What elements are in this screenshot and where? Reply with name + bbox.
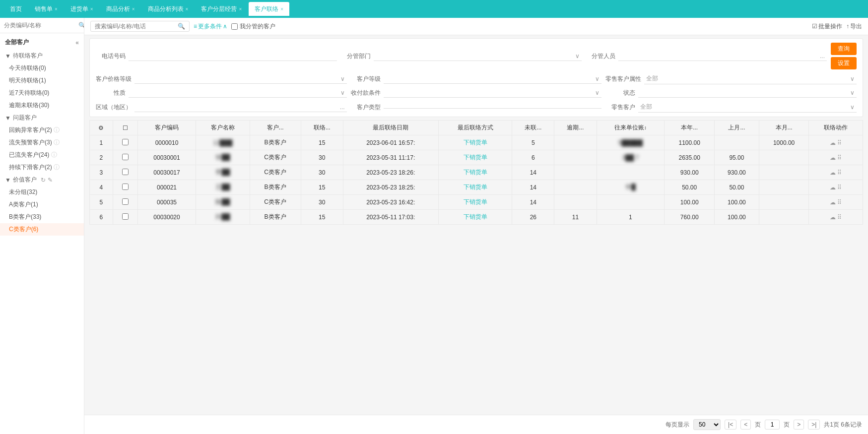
nav-product-list[interactable]: 商品分析列表 × [142, 2, 195, 16]
region-dots-icon[interactable]: ... [340, 104, 345, 111]
retail-attr-select[interactable]: 全部 ∨ [644, 73, 857, 84]
phone-input[interactable] [129, 52, 337, 61]
nav-sales[interactable]: 销售单 × [29, 2, 64, 16]
sidebar-section-value[interactable]: ▼ 价值客户 ↻ ✎ [0, 174, 84, 186]
nav-purchase-close-icon[interactable]: × [90, 6, 93, 12]
settings-button[interactable]: 设置 [831, 57, 857, 69]
nav-product-list-close-icon[interactable]: × [186, 6, 189, 12]
sidebar-section-problem[interactable]: ▼ 问题客户 [0, 112, 84, 124]
col-this-month[interactable]: 本月... [759, 121, 809, 135]
nav-customer-contact-close-icon[interactable]: × [280, 6, 283, 12]
sidebar-item-7days[interactable]: 近7天待联络(0) [0, 87, 84, 99]
row3-last-method[interactable]: 下销货单 [438, 165, 512, 180]
sidebar-item-today[interactable]: 今天待联络(0) [0, 62, 84, 74]
row4-last-method[interactable]: 下销货单 [438, 180, 512, 195]
sidebar-search-icon[interactable]: 🔍 [78, 22, 84, 29]
col-this-year[interactable]: 本年... [665, 121, 715, 135]
nav-customer-tier[interactable]: 客户分层经营 × [195, 2, 248, 16]
my-customers-check[interactable] [231, 23, 238, 30]
sidebar-section-pending[interactable]: ▼ 待联络客户 [0, 50, 84, 62]
row5-action[interactable]: ☁ ⠿ [809, 195, 863, 210]
row6-action[interactable]: ☁ ⠿ [809, 210, 863, 225]
first-page-btn[interactable]: |< [725, 420, 736, 430]
edit-icon[interactable]: ✎ [48, 177, 53, 184]
table-scroll[interactable]: ⚙ ☐ 客户编码 客户名称 客户... 联络... 最后联络日期 最后联络方式 … [89, 120, 863, 415]
batch-operations-btn[interactable]: ☑ 批量操作 [812, 22, 842, 31]
row6-last-method[interactable]: 下销货单 [438, 210, 512, 225]
row5-last-method[interactable]: 下销货单 [438, 195, 512, 210]
person-select[interactable]: ... [618, 52, 827, 61]
sidebar-item-class-b[interactable]: B类客户(33) [0, 211, 84, 223]
export-btn[interactable]: ↑ 导出 [846, 22, 862, 31]
row4-action[interactable]: ☁ ⠿ [809, 180, 863, 195]
customer-level-select[interactable]: ∨ [384, 74, 602, 84]
retail-customer-select[interactable]: 全部 ∨ [638, 102, 857, 113]
person-dots-icon[interactable]: ... [820, 53, 825, 60]
price-level-select[interactable]: ∨ [134, 74, 347, 84]
refresh-icon[interactable]: ↻ [41, 177, 46, 184]
nav-customer-contact[interactable]: 客户联络 × [249, 2, 289, 16]
nav-home[interactable]: 首页 [4, 2, 28, 16]
next-page-btn[interactable]: > [794, 420, 804, 430]
col-last-method[interactable]: 最后联络方式 [438, 121, 512, 135]
sidebar-collapse-icon[interactable]: « [75, 39, 79, 46]
sidebar-search-input[interactable] [4, 22, 78, 29]
col-checkbox[interactable]: ☐ [113, 121, 137, 135]
row4-check[interactable] [113, 180, 137, 195]
status-select[interactable]: ∨ [638, 88, 857, 98]
page-input[interactable] [765, 420, 780, 430]
col-name[interactable]: 客户名称 [196, 121, 250, 135]
filter-price-level: 客户价格等级 ∨ [96, 74, 347, 84]
region-select[interactable]: ... [134, 103, 347, 112]
col-code[interactable]: 客户编码 [137, 121, 196, 135]
sidebar-item-declining[interactable]: 持续下滑客户(2) ⓘ [0, 161, 84, 174]
col-last-date[interactable]: 最后联络日期 [343, 121, 438, 135]
col-gear[interactable]: ⚙ [90, 121, 113, 135]
row2-last-method[interactable]: 下销货单 [438, 150, 512, 165]
nav-product-analysis-close-icon[interactable]: × [132, 6, 135, 12]
sidebar-item-churned[interactable]: 已流失客户(24) ⓘ [0, 149, 84, 161]
dept-select[interactable]: ∨ [374, 52, 582, 61]
search-icon[interactable]: 🔍 [178, 23, 185, 30]
row1-last-method[interactable]: 下销货单 [438, 135, 512, 150]
col-last-month[interactable]: 上月... [715, 121, 759, 135]
col-contact[interactable]: 联络... [301, 121, 343, 135]
search-input[interactable] [95, 23, 178, 30]
per-page-select[interactable]: 50 100 [693, 419, 721, 430]
row2-action[interactable]: ☁ ⠿ [809, 150, 863, 165]
my-customers-checkbox[interactable]: 我分管的客户 [231, 22, 275, 31]
row6-check[interactable] [113, 210, 137, 225]
row5-check[interactable] [113, 195, 137, 210]
customer-type-select[interactable] [384, 106, 602, 109]
row3-action[interactable]: ☁ ⠿ [809, 165, 863, 180]
more-conditions-btn[interactable]: ≡ 更多条件 ∧ [194, 22, 227, 31]
sidebar-all-customers[interactable]: 全部客户 « [0, 35, 84, 50]
nature-select[interactable]: ∨ [129, 88, 347, 98]
col-account[interactable]: 往来单位账↕ [597, 121, 665, 135]
sidebar-item-overdue[interactable]: 逾期未联络(30) [0, 99, 84, 112]
nav-sales-close-icon[interactable]: × [55, 6, 58, 12]
sidebar-item-unclassified[interactable]: 未分组(32) [0, 186, 84, 198]
sidebar-item-class-a[interactable]: A类客户(1) [0, 198, 84, 211]
sidebar-item-class-c[interactable]: C类客户(6) [0, 223, 84, 236]
sidebar-item-churn-warning[interactable]: 流失预警客户(3) ⓘ [0, 136, 84, 149]
nav-customer-tier-close-icon[interactable]: × [239, 6, 242, 12]
col-type[interactable]: 客户... [250, 121, 301, 135]
col-action[interactable]: 联络动作 [809, 121, 863, 135]
col-overdue[interactable]: 逾期... [554, 121, 597, 135]
search-box[interactable]: 🔍 [90, 21, 190, 32]
prev-page-btn[interactable]: < [740, 420, 751, 430]
row1-action[interactable]: ☁ ⠿ [809, 135, 863, 150]
row1-check[interactable] [113, 135, 137, 150]
payment-select[interactable]: ∨ [384, 88, 602, 98]
sidebar-item-tomorrow[interactable]: 明天待联络(1) [0, 74, 84, 87]
row2-check[interactable] [113, 150, 137, 165]
row3-check[interactable] [113, 165, 137, 180]
nav-purchase[interactable]: 进货单 × [65, 2, 99, 16]
nav-product-analysis[interactable]: 商品分析 × [100, 2, 141, 16]
row1-this-year: 1100.00 [665, 135, 715, 150]
query-button[interactable]: 查询 [831, 43, 857, 55]
last-page-btn[interactable]: >| [808, 420, 820, 430]
col-unlinked[interactable]: 未联... [512, 121, 554, 135]
sidebar-item-repurchase-abnormal[interactable]: 回购异常客户(2) ⓘ [0, 124, 84, 136]
